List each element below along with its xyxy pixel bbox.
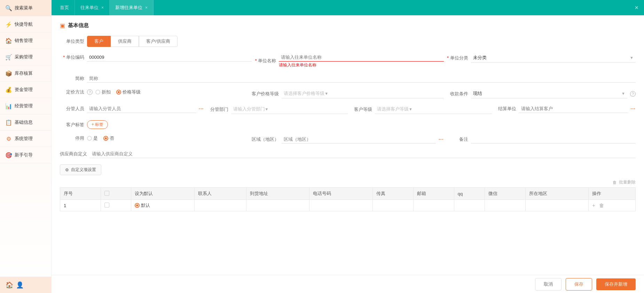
unit-btn-both[interactable]: 客户/供应商 [139, 36, 178, 47]
radio-no[interactable]: 否 [103, 135, 114, 141]
row-region[interactable] [525, 200, 589, 211]
row-phone[interactable] [309, 200, 373, 211]
add-tag-button[interactable]: + 标签 [87, 120, 108, 129]
payment-terms-chevron: ▼ [621, 91, 625, 96]
row-fax[interactable] [372, 200, 413, 211]
tab-partner-close[interactable]: × [101, 5, 104, 10]
sidebar-item-sales[interactable]: 🏠 销售管理 [0, 33, 51, 49]
col-phone: 电话号码 [309, 188, 373, 200]
row-qq[interactable] [454, 200, 485, 211]
unit-name-input[interactable] [279, 53, 443, 62]
unit-category-label: 单位分类 [444, 55, 468, 61]
row-address[interactable] [246, 200, 309, 211]
batch-delete-label[interactable]: 批量删除 [619, 179, 636, 185]
row-contact[interactable] [194, 200, 246, 211]
sidebar: 🔍 搜索菜单 ⚡ 快捷导航 🏠 销售管理 🛒 采购管理 📦 库存核算 💰 资金管… [0, 0, 52, 293]
window-close-button[interactable]: × [632, 4, 641, 11]
batch-delete-area: 🗑 批量删除 [60, 179, 636, 185]
content-area: ▣ 基本信息 单位类型 客户 供应商 客户/供应商 单位编码 单位名称 [52, 15, 644, 275]
sidebar-item-quick-nav[interactable]: ⚡ 快捷导航 [0, 16, 51, 33]
save-and-new-button[interactable]: 保存并新增 [596, 278, 636, 290]
manager-input[interactable] [87, 105, 196, 113]
unit-btn-supplier[interactable]: 供应商 [111, 36, 139, 47]
unit-name-input-wrapper: 请输入往来单位名称 [279, 53, 443, 68]
basic-icon: 📋 [6, 119, 12, 125]
col-address: 到货地址 [246, 188, 309, 200]
row-email[interactable] [413, 200, 454, 211]
select-all-checkbox[interactable] [104, 191, 109, 196]
cancel-button[interactable]: 取消 [535, 278, 561, 291]
sidebar-item-operations[interactable]: 📊 经营管理 [0, 98, 51, 114]
tab-new-partner-close[interactable]: × [145, 5, 148, 10]
radio-discount[interactable]: 折扣 [95, 89, 111, 95]
supplier-custom-row: 供应商自定义 [60, 150, 636, 158]
manager-more-btn[interactable]: ··· [199, 106, 204, 112]
payment-terms-label: 收款条件 [444, 91, 468, 97]
settlement-unit-input[interactable] [519, 105, 628, 113]
customer-price-level-select[interactable]: 请选择客户价格等级 ▼ [282, 89, 443, 98]
supplier-custom-input[interactable] [90, 150, 636, 158]
payment-help-icon[interactable]: ? [630, 91, 636, 97]
col-fax: 传真 [372, 188, 413, 200]
unit-name-label: 单位名称 [252, 58, 276, 64]
region-label: 区域（地区） [252, 136, 279, 143]
customer-level-select[interactable]: 请选择客户等级 ▼ [375, 105, 492, 114]
sidebar-item-finance[interactable]: 💰 资金管理 [0, 82, 51, 98]
customer-level-field: 客户等级 请选择客户等级 ▼ [348, 105, 492, 114]
table-row: 1 默认 [60, 200, 636, 211]
sidebar-item-search[interactable]: 🔍 搜索菜单 [0, 0, 51, 16]
radio-yes-circle [87, 136, 92, 141]
col-region: 所在地区 [525, 188, 589, 200]
region-input[interactable] [282, 135, 436, 144]
short-name-input[interactable] [87, 74, 636, 83]
col-email: 邮箱 [413, 188, 454, 200]
user-icon: 👤 [16, 281, 24, 289]
save-button[interactable]: 保存 [566, 278, 592, 291]
add-row-button[interactable]: + [592, 203, 595, 208]
unit-type-label: 单位类型 [60, 38, 84, 44]
disabled-radio-group: 是 否 [87, 135, 114, 141]
pricing-help-icon[interactable]: ? [87, 89, 93, 95]
purchase-icon: 🛒 [6, 54, 12, 60]
section-header: ▣ 基本信息 [60, 22, 636, 29]
settlement-more-btn[interactable]: ··· [630, 106, 636, 112]
unit-btn-customer[interactable]: 客户 [87, 36, 111, 47]
settlement-unit-field: 结算单位 ··· [492, 105, 636, 113]
region-more-btn[interactable]: ··· [439, 137, 444, 142]
notes-input[interactable] [471, 135, 636, 144]
sidebar-item-basic[interactable]: 📋 基础信息 [0, 114, 51, 131]
col-qq: qq [454, 188, 485, 200]
manager-field: 分管人员 ··· [60, 105, 204, 113]
delete-row-button[interactable]: 🗑 [599, 203, 604, 208]
short-name-row: 简称 [60, 74, 636, 83]
notes-field: 备注 [444, 135, 636, 144]
row-no: 1 [60, 200, 101, 211]
home-icon: 🏠 [6, 281, 13, 289]
row-wechat[interactable] [485, 200, 525, 211]
radio-price-level-circle [116, 90, 121, 95]
disabled-field: 停用 是 否 [60, 135, 252, 141]
payment-terms-select[interactable]: 现结 ▼ [471, 89, 627, 98]
sidebar-item-inventory[interactable]: 📦 库存核算 [0, 65, 51, 82]
row-checkbox-input[interactable] [104, 203, 109, 207]
unit-code-input[interactable] [87, 53, 252, 62]
unit-category-select[interactable]: 未分类 ▼ [471, 53, 636, 63]
tab-partner[interactable]: 往来单位 × [75, 0, 110, 15]
tags-field: 客户标签 + 标签 [60, 120, 636, 129]
department-select[interactable]: 请输入分管部门 ▼ [231, 105, 348, 114]
sidebar-item-guide[interactable]: 🎯 新手引导 [0, 147, 51, 163]
tab-new-partner[interactable]: 新增往来单位 × [110, 0, 154, 15]
sidebar-item-purchase[interactable]: 🛒 采购管理 [0, 49, 51, 65]
radio-price-level[interactable]: 价格等级 [116, 89, 141, 95]
col-wechat: 微信 [485, 188, 525, 200]
settlement-unit-label: 结算单位 [492, 106, 516, 112]
sales-icon: 🏠 [6, 38, 12, 44]
col-checkbox [101, 188, 131, 200]
footer: 取消 保存 保存并新增 [52, 275, 644, 293]
tab-home[interactable]: 首页 [54, 0, 75, 15]
manager-row: 分管人员 ··· 分管部门 请输入分管部门 ▼ 客户等级 请选择客户等级 ▼ 结… [60, 105, 636, 114]
radio-yes[interactable]: 是 [87, 135, 98, 141]
row-checkbox [101, 200, 131, 211]
sidebar-item-system[interactable]: ⚙ 系统管理 [0, 131, 51, 147]
custom-settings-button[interactable]: ⚙ 自定义项设置 [60, 164, 101, 175]
